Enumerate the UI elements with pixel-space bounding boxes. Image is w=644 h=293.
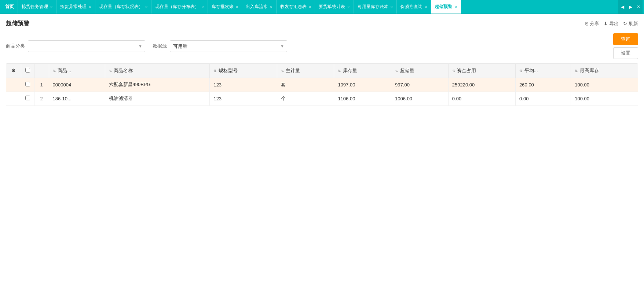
sort-icon: ⇅ xyxy=(395,69,398,73)
close-icon[interactable]: × xyxy=(201,5,204,9)
category-label: 商品分类 xyxy=(6,43,25,49)
page-title: 超储预警 xyxy=(6,20,29,27)
close-icon[interactable]: × xyxy=(89,5,91,9)
nav-close-arrow[interactable]: ✕ xyxy=(634,0,643,14)
tab-exception[interactable]: 拣货异常处理 × xyxy=(56,0,95,14)
category-filter-group: 商品分类 ▼ xyxy=(6,40,145,52)
select-all-checkbox[interactable] xyxy=(25,68,30,73)
col-settings[interactable]: ⚙ xyxy=(6,64,21,78)
page-header: 超储预警 ⎘ 分享 ⬇ 导出 ↻ 刷新 xyxy=(6,20,638,27)
tab-stock-status[interactable]: 现存量（库存状况表） × xyxy=(95,0,151,14)
category-select-wrapper: ▼ xyxy=(28,40,145,52)
sort-icon: ⇅ xyxy=(281,69,284,73)
row-checkbox[interactable] xyxy=(25,82,30,86)
tab-expiry[interactable]: 保质期查询 × xyxy=(397,0,431,14)
close-icon[interactable]: × xyxy=(347,5,350,9)
tab-recv-send[interactable]: 收发存汇总表 × xyxy=(277,0,315,14)
col-product-name[interactable]: ⇅ 商品名称 xyxy=(105,64,210,78)
row-checkbox-cell[interactable] xyxy=(21,92,34,105)
col-spec[interactable]: ⇅ 规格型号 xyxy=(210,64,277,78)
data-table-wrapper: ⚙ ⇅ 商品... ⇅ 商品名称 ⇅ xyxy=(6,63,638,106)
table-row: 2 186-10... 机油滤清器 123 个 1106.00 1006.00 … xyxy=(6,92,638,105)
share-icon: ⎘ xyxy=(585,21,588,26)
tab-home[interactable]: 首页 xyxy=(1,0,18,14)
cell-product-name: 六配套新昌490BPG xyxy=(105,78,210,92)
cell-max-stock: 100.00 xyxy=(571,92,638,105)
col-avg[interactable]: ⇅ 平均... xyxy=(516,64,571,78)
row-checkbox-cell[interactable] xyxy=(21,78,34,92)
sort-icon: ⇅ xyxy=(575,69,578,73)
col-capital[interactable]: ⇅ 资金占用 xyxy=(448,64,515,78)
row-num: 2 xyxy=(34,92,49,105)
cell-unit: 个 xyxy=(277,92,334,105)
nav-next-arrow[interactable]: ▶ xyxy=(626,0,634,14)
top-nav: 首页 拣货任务管理 × 拣货异常处理 × 现存量（库存状况表） × 现存量（库存… xyxy=(0,0,644,14)
cell-stock-qty: 1097.00 xyxy=(334,78,391,92)
col-checkbox[interactable] xyxy=(21,64,34,78)
table-row: 1 0000004 六配套新昌490BPG 123 套 1097.00 997.… xyxy=(6,78,638,92)
sort-icon: ⇅ xyxy=(53,69,56,73)
share-button[interactable]: ⎘ 分享 xyxy=(585,21,599,27)
query-button[interactable]: 查询 xyxy=(613,33,638,45)
row-settings xyxy=(6,92,21,105)
close-icon[interactable]: × xyxy=(425,5,427,9)
cell-product-code: 0000004 xyxy=(49,78,105,92)
col-over-qty[interactable]: ⇅ 超储量 xyxy=(391,64,449,78)
gear-icon[interactable]: ⚙ xyxy=(11,68,16,73)
row-settings xyxy=(6,78,21,92)
datasource-filter-group: 数据源 可用量 库存量 ▼ xyxy=(153,40,287,52)
sort-icon: ⇅ xyxy=(519,69,522,73)
cell-product-name: 机油滤清器 xyxy=(105,92,210,105)
refresh-button[interactable]: ↻ 刷新 xyxy=(623,21,638,27)
sort-icon: ⇅ xyxy=(452,69,455,73)
datasource-select[interactable]: 可用量 库存量 xyxy=(170,40,287,52)
export-button[interactable]: ⬇ 导出 xyxy=(604,21,619,27)
tab-stock-dist[interactable]: 现存量（库存分布表） × xyxy=(151,0,208,14)
datasource-select-wrapper: 可用量 库存量 ▼ xyxy=(170,40,287,52)
nav-arrows: ◀ ▶ ✕ xyxy=(618,0,643,14)
col-product-code[interactable]: ⇅ 商品... xyxy=(49,64,105,78)
cell-stock-qty: 1106.00 xyxy=(334,92,391,105)
tab-order-stat[interactable]: 要货单统计表 × xyxy=(315,0,354,14)
cell-spec: 123 xyxy=(210,78,277,92)
close-icon[interactable]: × xyxy=(50,5,52,9)
close-icon[interactable]: × xyxy=(309,5,311,9)
cell-capital: 0.00 xyxy=(448,92,515,105)
refresh-icon: ↻ xyxy=(623,21,627,26)
cell-product-code: 186-10... xyxy=(49,92,105,105)
close-icon[interactable]: × xyxy=(145,5,147,9)
tab-inout-flow[interactable]: 出入库流水 × xyxy=(242,0,276,14)
tab-avail-stock[interactable]: 可用量库存账本 × xyxy=(354,0,397,14)
cell-over-qty: 997.00 xyxy=(391,78,449,92)
tab-task-mgmt[interactable]: 拣货任务管理 × xyxy=(18,0,56,14)
nav-prev-arrow[interactable]: ◀ xyxy=(618,0,626,14)
filter-row: 商品分类 ▼ 数据源 可用量 库存量 ▼ 查询 设置 xyxy=(6,33,638,59)
col-max-stock[interactable]: ⇅ 最高库存 xyxy=(571,64,638,78)
tab-batch[interactable]: 库存批次账 × xyxy=(208,0,242,14)
overstock-table: ⚙ ⇅ 商品... ⇅ 商品名称 ⇅ xyxy=(6,64,638,106)
sort-icon: ⇅ xyxy=(109,69,112,73)
cell-unit: 套 xyxy=(277,78,334,92)
col-stock-qty[interactable]: ⇅ 库存量 xyxy=(334,64,391,78)
row-num: 1 xyxy=(34,78,49,92)
cell-spec: 123 xyxy=(210,92,277,105)
page-container: 超储预警 ⎘ 分享 ⬇ 导出 ↻ 刷新 商品分类 ▼ xyxy=(0,14,644,106)
col-unit[interactable]: ⇅ 主计量 xyxy=(277,64,334,78)
col-row-num xyxy=(34,64,49,78)
category-select[interactable] xyxy=(28,40,145,52)
cell-avg: 0.00 xyxy=(516,92,571,105)
row-checkbox[interactable] xyxy=(25,96,30,100)
sort-icon: ⇅ xyxy=(338,69,341,73)
close-icon[interactable]: × xyxy=(454,5,457,9)
header-actions: ⎘ 分享 ⬇ 导出 ↻ 刷新 xyxy=(585,21,638,27)
close-icon[interactable]: × xyxy=(270,5,272,9)
export-icon: ⬇ xyxy=(604,21,608,26)
tab-overstock[interactable]: 超储预警 × xyxy=(431,0,461,14)
close-icon[interactable]: × xyxy=(236,5,238,9)
settings-button[interactable]: 设置 xyxy=(613,47,638,59)
cell-avg: 260.00 xyxy=(516,78,571,92)
close-icon[interactable]: × xyxy=(391,5,393,9)
cell-max-stock: 100.00 xyxy=(571,78,638,92)
table-header-row: ⚙ ⇅ 商品... ⇅ 商品名称 ⇅ xyxy=(6,64,638,78)
sort-icon: ⇅ xyxy=(213,69,216,73)
